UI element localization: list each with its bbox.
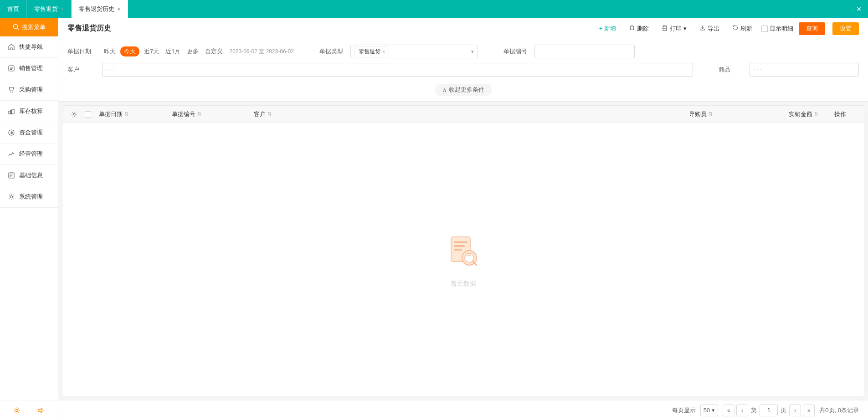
sidebar-nav: 快捷导航 销售管理 采购管理 库存核算 [0, 36, 58, 400]
new-button[interactable]: + 新增 [596, 23, 620, 35]
show-detail-toggle[interactable]: 显示明细 [761, 25, 793, 33]
empty-illustration [443, 231, 484, 274]
export-button-label: 导出 [708, 25, 719, 33]
col-header-customer[interactable]: 客户 ⇅ [250, 110, 685, 118]
sidebar-item-quicknav[interactable]: 快捷导航 [0, 36, 58, 58]
col-date-label: 单据日期 [99, 110, 123, 118]
query-button[interactable]: 查询 [799, 22, 825, 35]
voucher-filter-label: 单据编号 [503, 47, 531, 56]
svg-line-1 [17, 28, 19, 30]
empty-text: 暂无数据 [451, 280, 476, 288]
tab-retail-return-history-close[interactable]: × [117, 6, 120, 12]
col-date-sort-icon: ⇅ [124, 111, 128, 117]
table-header: 单据日期 ⇅ 单据编号 ⇅ 客户 ⇅ 导购员 ⇅ 实销金额 ⇅ [62, 106, 864, 123]
svg-point-13 [73, 113, 75, 115]
main-layout: 搜索菜单 快捷导航 销售管理 采购管理 [0, 18, 868, 420]
type-filter-label: 单据类型 [319, 47, 347, 56]
sidebar-bottom [0, 400, 58, 420]
col-num-label: 单据编号 [172, 110, 195, 118]
sidebar-item-purchase-label: 采购管理 [19, 86, 43, 94]
prev-page-button[interactable]: ‹ [736, 405, 748, 416]
refresh-button[interactable]: 刷新 [729, 23, 756, 35]
sidebar-item-info[interactable]: 基础信息 [0, 165, 58, 186]
filter-collapse-row: ∧ 收起更多条件 [67, 81, 859, 96]
date-opt-7days[interactable]: 近7天 [142, 46, 161, 56]
select-all-checkbox[interactable] [81, 111, 95, 118]
col-header-num[interactable]: 单据编号 ⇅ [168, 110, 250, 118]
tab-retail-return-history[interactable]: 零售退货历史 × [72, 0, 128, 18]
date-opt-custom[interactable]: 自定义 [203, 46, 225, 56]
date-range-display: 2023-06-02 至 2023-06-02 [229, 48, 293, 56]
table-settings-button[interactable] [68, 108, 81, 121]
page-navigation: « ‹ 第 页 › » [723, 405, 815, 416]
collapse-button[interactable]: ∧ 收起更多条件 [435, 84, 492, 96]
page-unit: 页 [781, 406, 786, 415]
tab-retail-return-label: 零售退货 [34, 5, 58, 13]
search-icon [13, 24, 19, 31]
col-guide-sort-icon: ⇅ [709, 111, 713, 117]
sidebar-search[interactable]: 搜索菜单 [0, 18, 58, 36]
business-icon [7, 150, 15, 158]
info-icon [7, 171, 15, 179]
date-opt-yesterday[interactable]: 昨天 [102, 46, 118, 56]
sidebar-item-inventory[interactable]: 库存核算 [0, 101, 58, 122]
svg-rect-17 [454, 249, 462, 251]
first-page-button[interactable]: « [723, 405, 734, 416]
tab-home-label: 首页 [7, 5, 19, 13]
svg-rect-15 [454, 241, 467, 243]
goods-filter-select[interactable]: ··· [750, 63, 859, 77]
type-tag-remove[interactable]: × [382, 49, 385, 54]
type-tag-label: 零售退货 [359, 48, 380, 56]
type-filter-select[interactable]: 零售退货 × ▾ [350, 45, 478, 58]
customer-filter-select[interactable]: ··· [102, 63, 693, 77]
tab-home[interactable]: 首页 [0, 0, 27, 18]
sidebar-item-sales-label: 销售管理 [19, 64, 43, 72]
sidebar-item-business[interactable]: 经营管理 [0, 143, 58, 165]
sidebar-search-label: 搜索菜单 [22, 23, 46, 31]
print-button[interactable]: 打印 ▾ [658, 23, 690, 35]
col-header-amount[interactable]: 实销金额 ⇅ [758, 110, 822, 118]
col-header-date[interactable]: 单据日期 ⇅ [95, 110, 168, 118]
next-page-button[interactable]: › [789, 405, 801, 416]
goods-filter-label: 商品 [719, 66, 746, 74]
trash-icon [629, 25, 635, 32]
tab-retail-return-close[interactable]: × [61, 6, 64, 12]
col-num-sort-icon: ⇅ [197, 111, 201, 117]
col-header-ops: 操作 [822, 110, 858, 118]
sales-icon [7, 64, 15, 72]
last-page-button[interactable]: » [803, 405, 815, 416]
sidebar-item-system[interactable]: 系统管理 [0, 186, 58, 208]
export-button[interactable]: 导出 [696, 23, 723, 35]
svg-rect-5 [9, 111, 11, 114]
per-page-select[interactable]: 50 ▾ [700, 405, 718, 416]
setting-button[interactable]: 设置 [832, 22, 859, 35]
settings-gear-button[interactable] [10, 403, 24, 418]
sidebar-item-purchase[interactable]: 采购管理 [0, 79, 58, 101]
goods-placeholder: ··· [754, 66, 762, 74]
window-close-button[interactable]: × [850, 0, 868, 18]
delete-button[interactable]: 删除 [625, 23, 652, 35]
page-number-input[interactable] [760, 405, 778, 416]
svg-point-3 [10, 92, 11, 92]
voucher-filter-input[interactable] [534, 45, 635, 58]
date-opt-today[interactable]: 今天 [120, 46, 139, 56]
col-header-guide[interactable]: 导购员 ⇅ [685, 110, 758, 118]
date-opt-more[interactable]: 更多 [185, 46, 200, 56]
volume-button[interactable] [34, 403, 48, 418]
inventory-icon [7, 107, 15, 115]
filter-area: 单据日期 昨天 今天 近7天 近1月 更多 自定义 2023-06-02 至 2… [58, 39, 868, 102]
show-detail-checkbox[interactable] [761, 26, 768, 32]
date-filter-label: 单据日期 [67, 47, 95, 56]
svg-point-11 [15, 409, 18, 411]
filter-row-1: 单据日期 昨天 今天 近7天 近1月 更多 自定义 2023-06-02 至 2… [67, 45, 859, 58]
per-page-label: 每页显示 [672, 406, 696, 415]
tab-retail-return[interactable]: 零售退货 × [27, 0, 72, 18]
sidebar-item-sales[interactable]: 销售管理 [0, 58, 58, 79]
date-opt-1month[interactable]: 近1月 [164, 46, 182, 56]
collapse-label: 收起更多条件 [449, 86, 484, 94]
per-page-value: 50 [704, 407, 710, 414]
new-button-label: + 新增 [599, 25, 616, 33]
svg-rect-6 [12, 109, 14, 114]
sidebar-item-finance[interactable]: 资金管理 [0, 122, 58, 143]
date-options: 昨天 今天 近7天 近1月 更多 自定义 2023-06-02 至 2023-0… [102, 46, 294, 56]
